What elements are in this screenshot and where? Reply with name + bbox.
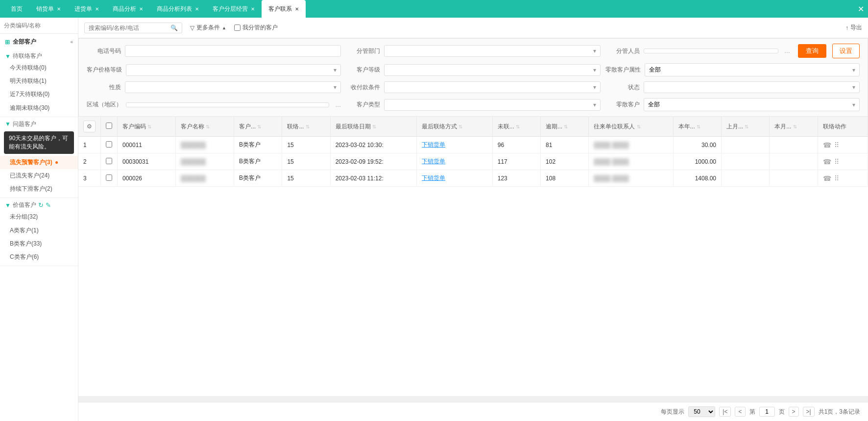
tab-customer-contact[interactable]: 客户联系 ✕ bbox=[262, 0, 306, 18]
sidebar-item-churned[interactable]: 已流失客户(24) bbox=[0, 169, 78, 182]
more-conditions-btn[interactable]: ▽ 更多条件 ▲ bbox=[186, 22, 230, 34]
select-dept[interactable]: ▾ bbox=[384, 45, 600, 57]
sidebar-item-declining[interactable]: 持续下滑客户(2) bbox=[0, 182, 78, 196]
col-last-method[interactable]: 最后联络方式 ⇅ bbox=[417, 117, 493, 137]
settings-btn[interactable]: 设置 bbox=[832, 44, 860, 58]
sidebar-item-class-b[interactable]: B类客户(33) bbox=[0, 237, 78, 250]
select-customer-level[interactable]: ▾ bbox=[384, 64, 600, 76]
col-type[interactable]: 客户... ⇅ bbox=[234, 117, 282, 137]
group-label-value[interactable]: ▼ 价值客户 ↻ ✎ bbox=[0, 199, 78, 210]
next-page-btn[interactable]: > bbox=[789, 407, 799, 417]
row-code: 000011 bbox=[118, 137, 176, 153]
search-submit-icon[interactable]: 🔍 bbox=[170, 25, 178, 31]
page-prefix-label: 第 bbox=[749, 408, 755, 416]
col-code[interactable]: 客户编码 ⇅ bbox=[118, 117, 176, 137]
my-customers-check[interactable] bbox=[234, 25, 241, 31]
col-last-date[interactable]: 最后联络日期 ⇅ bbox=[330, 117, 416, 137]
close-icon[interactable]: ✕ bbox=[251, 6, 255, 12]
col-contact[interactable]: 联络... ⇅ bbox=[282, 117, 330, 137]
filter-row-payment: 收付款条件 ▾ bbox=[346, 81, 600, 93]
my-customers-checkbox[interactable]: 我分管的客户 bbox=[234, 24, 278, 32]
sidebar-search-input[interactable] bbox=[4, 22, 77, 29]
col-unlisted[interactable]: 未联... ⇅ bbox=[492, 117, 540, 137]
row-last-method[interactable]: 下销货单 bbox=[417, 137, 493, 153]
warning-dot-icon: ● bbox=[55, 159, 58, 166]
sidebar-item-churn-warning[interactable]: 流失预警客户(3) ● bbox=[0, 156, 78, 169]
grid-icon: ⊞ bbox=[5, 39, 10, 46]
sidebar-item-today[interactable]: 今天待联络(0) bbox=[0, 61, 78, 74]
row-action: ☎ ⠿ bbox=[818, 137, 868, 153]
sidebar-item-overdue-contact[interactable]: 逾期未联络(30) bbox=[0, 101, 78, 115]
export-btn[interactable]: ↑ 导出 bbox=[845, 24, 862, 32]
contact-action-icon[interactable]: ☎ bbox=[823, 141, 831, 149]
more-action-icon[interactable]: ⠿ bbox=[834, 141, 839, 149]
select-customer-type[interactable]: ▾ bbox=[384, 99, 600, 111]
tab-purchase-order[interactable]: 进货单 ✕ bbox=[68, 0, 106, 18]
more-action-icon[interactable]: ⠿ bbox=[834, 158, 839, 166]
select-nature[interactable]: ▾ bbox=[125, 81, 341, 93]
sidebar-item-ungrouped[interactable]: 未分组(32) bbox=[0, 210, 78, 223]
dots-icon[interactable]: … bbox=[335, 101, 341, 108]
tab-sales-order[interactable]: 销货单 ✕ bbox=[29, 0, 68, 18]
row-last-method[interactable]: 下销货单 bbox=[417, 170, 493, 187]
label-dept: 分管部门 bbox=[346, 47, 380, 55]
select-manager[interactable] bbox=[644, 49, 778, 53]
col-name[interactable]: 客户名称 ⇅ bbox=[176, 117, 234, 137]
col-overdue[interactable]: 逾期... ⇅ bbox=[541, 117, 589, 137]
prev-page-btn[interactable]: < bbox=[735, 407, 745, 417]
select-status[interactable]: ▾ bbox=[644, 81, 860, 93]
per-page-select[interactable]: 50 100 bbox=[688, 406, 715, 417]
row-last-month bbox=[722, 170, 770, 187]
horizontal-scrollbar[interactable] bbox=[78, 396, 868, 402]
tab-product-analysis[interactable]: 商品分析 ✕ bbox=[106, 0, 150, 18]
select-retail-attr[interactable]: 全部 ▾ bbox=[645, 63, 860, 76]
col-this-month[interactable]: 本月... ⇅ bbox=[770, 117, 818, 137]
filter-row-phone: 电话号码 bbox=[87, 44, 341, 58]
select-all-checkbox[interactable] bbox=[106, 123, 112, 129]
sidebar-item-class-c[interactable]: C类客户(6) bbox=[0, 250, 78, 264]
close-icon[interactable]: ✕ bbox=[57, 6, 61, 12]
sidebar-item-class-a[interactable]: A类客户(1) bbox=[0, 224, 78, 237]
first-page-btn[interactable]: |< bbox=[719, 407, 731, 417]
select-payment[interactable]: ▾ bbox=[384, 81, 600, 93]
group-label-pending[interactable]: ▼ 待联络客户 bbox=[0, 50, 78, 61]
last-page-btn[interactable]: >| bbox=[803, 407, 815, 417]
col-checkbox bbox=[101, 117, 118, 137]
close-icon[interactable]: ✕ bbox=[195, 6, 199, 12]
tab-customer-layer[interactable]: 客户分层经营 ✕ bbox=[206, 0, 262, 18]
sidebar-item-7days[interactable]: 近7天待联络(0) bbox=[0, 88, 78, 101]
main-layout: 🔍 ⊞ 全部客户 « ▼ 待联络客户 今天待联络(0) 明天待联络(1) 近7天… bbox=[0, 18, 868, 421]
col-last-month[interactable]: 上月... ⇅ bbox=[722, 117, 770, 137]
group-label-problem[interactable]: ▼ 问题客户 bbox=[0, 118, 78, 129]
dots-icon[interactable]: … bbox=[784, 48, 790, 54]
page-input[interactable] bbox=[759, 407, 775, 417]
search-input[interactable] bbox=[89, 25, 169, 31]
close-icon[interactable]: ✕ bbox=[295, 6, 299, 12]
row-last-method[interactable]: 下销货单 bbox=[417, 153, 493, 170]
all-customers-title[interactable]: ⊞ 全部客户 « bbox=[0, 34, 78, 50]
sidebar-item-tomorrow[interactable]: 明天待联络(1) bbox=[0, 74, 78, 88]
col-this-year[interactable]: 本年... ⇅ bbox=[673, 117, 721, 137]
input-phone[interactable] bbox=[125, 45, 341, 57]
column-settings-btn[interactable]: ⚙ bbox=[83, 121, 96, 132]
arrow-icon: ▼ bbox=[5, 202, 11, 209]
query-btn[interactable]: 查询 bbox=[798, 44, 826, 58]
sort-icon: ⇅ bbox=[637, 124, 641, 129]
close-icon[interactable]: ✕ bbox=[95, 6, 99, 12]
close-icon[interactable]: ✕ bbox=[139, 6, 143, 12]
refresh-icon[interactable]: ↻ bbox=[38, 201, 44, 209]
chevron-down-icon: ▾ bbox=[334, 84, 337, 91]
tab-home[interactable]: 首页 bbox=[4, 0, 29, 18]
close-window-btn[interactable]: ✕ bbox=[858, 4, 864, 14]
select-price-level[interactable]: ▾ bbox=[126, 64, 341, 76]
tab-product-analysis-list[interactable]: 商品分析列表 ✕ bbox=[150, 0, 206, 18]
select-region[interactable] bbox=[126, 102, 329, 107]
chevron-left-icon[interactable]: « bbox=[70, 39, 73, 45]
col-contact-person[interactable]: 往来单位联系人 ⇅ bbox=[589, 117, 673, 137]
contact-action-icon[interactable]: ☎ bbox=[823, 158, 831, 166]
label-nature: 性质 bbox=[87, 83, 121, 92]
edit-icon[interactable]: ✎ bbox=[46, 201, 51, 209]
contact-action-icon[interactable]: ☎ bbox=[823, 174, 831, 182]
select-retail-customer[interactable]: 全部 ▾ bbox=[644, 98, 860, 111]
more-action-icon[interactable]: ⠿ bbox=[834, 174, 839, 182]
